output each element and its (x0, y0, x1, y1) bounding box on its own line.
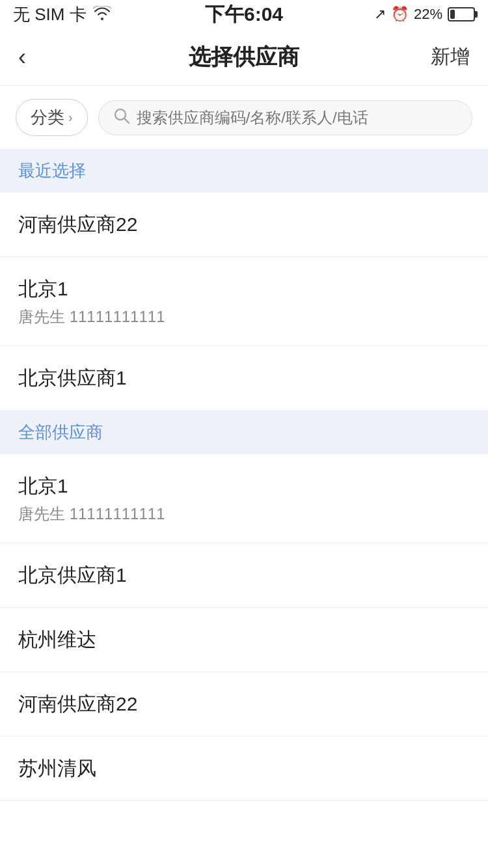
status-bar: 无 SIM 卡 下午6:04 ↗ ⏰ 22% (0, 0, 488, 29)
status-right: ↗ ⏰ 22% (374, 6, 475, 23)
chevron-right-icon: › (68, 110, 73, 125)
all-section-header: 全部供应商 (0, 411, 488, 454)
recent-items-list: 河南供应商22 北京1 唐先生 11111111111 北京供应商1 (0, 193, 488, 411)
alarm-icon: ⏰ (391, 6, 409, 23)
search-box[interactable] (98, 100, 472, 135)
list-item[interactable]: 北京供应商1 (0, 346, 488, 411)
item-name: 北京1 (18, 472, 470, 500)
item-name: 北京供应商1 (18, 562, 470, 589)
wifi-icon (93, 5, 111, 25)
all-items-list: 北京1 唐先生 11111111111 北京供应商1 杭州维达 河南供应商22 … (0, 454, 488, 801)
battery-fill (450, 10, 455, 19)
list-item[interactable]: 河南供应商22 (0, 193, 488, 257)
list-item[interactable]: 河南供应商22 (0, 672, 488, 737)
add-button[interactable]: 新增 (431, 44, 470, 70)
location-icon: ↗ (374, 6, 386, 23)
list-item[interactable]: 北京1 唐先生 11111111111 (0, 454, 488, 543)
item-name: 杭州维达 (18, 626, 470, 653)
item-name: 河南供应商22 (18, 690, 470, 718)
list-item[interactable]: 杭州维达 (0, 608, 488, 672)
search-input[interactable] (137, 109, 457, 127)
carrier-text: 无 SIM 卡 (13, 3, 87, 26)
filter-bar: 分类 › (0, 86, 488, 149)
search-icon (113, 107, 130, 128)
category-label: 分类 (31, 106, 64, 129)
battery-percentage: 22% (414, 6, 442, 23)
item-sub: 唐先生 11111111111 (18, 306, 470, 327)
nav-bar: ‹ 选择供应商 新增 (0, 29, 488, 86)
list-item[interactable]: 北京1 唐先生 11111111111 (0, 257, 488, 346)
item-name: 北京供应商1 (18, 364, 470, 392)
status-left: 无 SIM 卡 (13, 3, 111, 26)
recent-section-label: 最近选择 (18, 161, 86, 180)
back-button[interactable]: ‹ (18, 44, 57, 71)
category-button[interactable]: 分类 › (16, 99, 88, 136)
list-item[interactable]: 苏州清风 (0, 737, 488, 801)
item-name: 北京1 (18, 275, 470, 303)
battery-indicator (448, 7, 475, 21)
item-sub: 唐先生 11111111111 (18, 504, 470, 524)
recent-section-header: 最近选择 (0, 149, 488, 193)
item-name: 河南供应商22 (18, 211, 470, 238)
status-time: 下午6:04 (205, 1, 283, 28)
all-section-label: 全部供应商 (18, 422, 103, 442)
svg-line-1 (124, 118, 129, 123)
item-name: 苏州清风 (18, 755, 470, 782)
list-item[interactable]: 北京供应商1 (0, 543, 488, 608)
page-title: 选择供应商 (189, 42, 299, 72)
